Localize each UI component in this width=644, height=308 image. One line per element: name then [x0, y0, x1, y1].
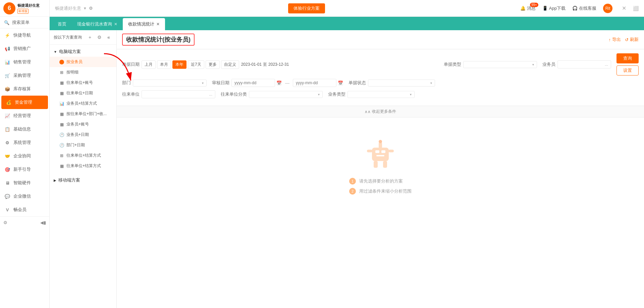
date-selector: 上月 本月 本年 近7天 更多 自定义 — [142, 60, 239, 69]
wechat-icon: 💬 — [4, 193, 11, 200]
sidebar-item-inventory[interactable]: 📦 库存核算 — [0, 82, 49, 96]
sidebar-item-finance[interactable]: 💰 资金管理 — [1, 96, 48, 109]
partner-select[interactable]: ... — [142, 90, 215, 98]
svg-rect-8 — [374, 161, 378, 168]
biz-type-select[interactable]: ▾ — [347, 91, 415, 98]
collapse-icon[interactable]: ◀▮ — [40, 220, 46, 225]
sidebar-item-enterprise[interactable]: 🤝 企业协同 — [0, 149, 49, 163]
window-maximize[interactable]: ⬜ — [633, 6, 639, 11]
filter-settings-button[interactable]: 设置 — [616, 65, 639, 75]
sidebar-item-quick-nav[interactable]: ⚡ 快捷导航 — [0, 29, 49, 42]
sidebar-item-hardware[interactable]: 🖥 智能硬件 — [0, 176, 49, 190]
date-btn-this-month[interactable]: 本月 — [157, 60, 171, 69]
export-icon: ↑ — [609, 37, 611, 42]
cal-icon-from[interactable]: 📅 — [276, 81, 282, 86]
scheme-partner-payment2[interactable]: ▦ 往来单位+结算方式 — [50, 161, 116, 171]
empty-steps: 1 请先选择要分析的方案 2 用过滤条件来缩小分析范围 — [349, 178, 412, 195]
scheme-salesperson-payment[interactable]: 📊 业务员+结算方式 — [50, 98, 116, 109]
page-header: 收款情况统计(按业务员) ↑ 导出 ↺ 刷新 — [117, 30, 644, 49]
svg-point-5 — [379, 140, 382, 143]
mobile-group-header[interactable]: ▶ 移动端方案 — [50, 175, 116, 185]
sidebar-item-sales[interactable]: 📊 销售管理 — [0, 55, 49, 69]
scheme-by-salesperson[interactable]: 按业务员 — [50, 57, 116, 67]
query-button[interactable]: 查询 — [616, 53, 639, 63]
topbar-settings-icon[interactable]: ⚙ — [89, 6, 93, 11]
left-panel: 按以下方案查询 + ⚙ « ▼ 电脑端方案 按业务员 — [50, 30, 117, 308]
salesperson-select[interactable]: ... — [557, 60, 611, 68]
user-avatar[interactable]: Rit — [603, 4, 612, 13]
sidebar-item-operations[interactable]: 📈 经营管理 — [0, 109, 49, 122]
app-download[interactable]: 📱 App下载 — [542, 5, 566, 11]
desktop-group-header[interactable]: ▼ 电脑端方案 — [50, 47, 116, 57]
dept-filter: 部门 ▾ — [122, 80, 207, 87]
panel-collapse-btn[interactable]: « — [105, 34, 112, 41]
dept-select[interactable]: ▾ — [133, 80, 207, 87]
sidebar-item-wechat[interactable]: 💬 企业微信 — [0, 190, 49, 203]
collapse-bar[interactable]: ∧∧ 收起更多条件 — [117, 106, 644, 117]
mobile-group-arrow: ▶ — [54, 178, 56, 182]
bell-icon: 🔔 — [520, 6, 526, 11]
doc-status-select[interactable]: ▾ — [368, 80, 435, 87]
sidebar-item-system[interactable]: ⚙ 系统管理 — [0, 136, 49, 149]
doc-type-select[interactable]: ▾ — [463, 61, 537, 68]
sidebar-item-guide[interactable]: 🎯 新手引导 — [0, 163, 49, 176]
download-icon: 📱 — [542, 6, 548, 11]
tab-bank-flow-close[interactable]: ✕ — [114, 22, 117, 27]
date-btn-this-year[interactable]: 本年 — [172, 60, 186, 69]
tab-home[interactable]: 首页 — [52, 18, 72, 30]
mobile-scheme-group: ▶ 移动端方案 — [50, 173, 116, 187]
settings-icon[interactable]: ⚙ — [3, 220, 7, 225]
svg-rect-9 — [383, 161, 387, 168]
refresh-icon: ↺ — [625, 37, 629, 42]
sidebar-item-marketing[interactable]: 📢 营销推广 — [0, 42, 49, 55]
scheme-salesperson-date[interactable]: 🕐 业务员+日期 — [50, 130, 116, 140]
sidebar-logo: 6 畅捷通好生意 标准版 — [0, 0, 49, 17]
scheme-dept-date[interactable]: 🕐 部门+日期 — [50, 140, 116, 150]
review-date-from[interactable] — [231, 79, 275, 87]
review-date-to[interactable] — [293, 79, 336, 87]
trial-button[interactable]: 体验行业方案 — [288, 3, 325, 13]
tab-collection-stats-close[interactable]: ✕ — [156, 22, 160, 27]
date-range: 2023-01-01 至 2023-12-31 — [241, 62, 289, 67]
scheme-by-detail[interactable]: ⊞ 按明细 — [50, 67, 116, 78]
sidebar-item-purchase[interactable]: 🛒 采购管理 — [0, 69, 49, 82]
salesperson-account-icon: ▦ — [59, 122, 64, 127]
sales-icon: 📊 — [4, 59, 11, 65]
scheme-partner-account[interactable]: ▦ 往来单位+账号 — [50, 78, 116, 88]
salesperson-more[interactable]: ... — [605, 62, 608, 67]
partner-category-select[interactable]: ▾ — [249, 91, 323, 98]
scheme-partner-date[interactable]: ▦ 往来单位+日期 — [50, 88, 116, 98]
export-button[interactable]: ↑ 导出 — [609, 37, 621, 43]
quick-nav-icon: ⚡ — [4, 32, 11, 39]
date-btn-last-month[interactable]: 上月 — [142, 60, 156, 69]
scheme-partner-dept[interactable]: ▦ 按往来单位+部门+收... — [50, 109, 116, 119]
date-btn-7days[interactable]: 近7天 — [188, 60, 204, 69]
add-scheme-btn[interactable]: + — [86, 34, 94, 41]
date-btn-custom[interactable]: 自定义 — [221, 60, 239, 69]
doc-type-chevron: ▾ — [532, 63, 534, 66]
search-menu-item[interactable]: 🔍 搜索菜单 — [0, 17, 49, 29]
online-service[interactable]: 🎧 在线客服 — [572, 5, 596, 11]
scheme-partner-payment1[interactable]: ⊞ 往来单位+结算方式 — [50, 150, 116, 161]
dept-date-icon: 🕐 — [59, 143, 64, 148]
detail-icon: ⊞ — [59, 70, 64, 75]
partner-more[interactable]: ... — [209, 92, 212, 97]
empty-step-2: 2 用过滤条件来缩小分析范围 — [349, 188, 412, 195]
tab-bank-flow[interactable]: 现金银行流水查询 ✕ — [72, 18, 123, 30]
window-close[interactable]: ✕ — [622, 5, 626, 11]
review-date-from-group: 📅 — [231, 79, 282, 87]
sidebar-item-basic[interactable]: 📋 基础信息 — [0, 122, 49, 136]
cal-icon-to[interactable]: 📅 — [338, 81, 343, 86]
partner-date-icon: ▦ — [59, 91, 64, 96]
svg-rect-7 — [388, 150, 394, 152]
scheme-settings-btn[interactable]: ⚙ — [96, 34, 103, 41]
sidebar-item-member[interactable]: V 畅会员 — [0, 203, 49, 216]
refresh-button[interactable]: ↺ 刷新 — [625, 37, 639, 43]
date-btn-more[interactable]: 更多 — [206, 60, 220, 69]
hardware-icon: 🖥 — [4, 179, 11, 186]
notifications[interactable]: 🔔 消息 99+ — [520, 5, 536, 11]
tab-collection-stats[interactable]: 收款情况统计 ✕ — [123, 18, 165, 30]
doc-status-chevron: ▾ — [430, 81, 432, 85]
scheme-salesperson-account[interactable]: ▦ 业务员+账号 — [50, 119, 116, 130]
topbar-chevron[interactable]: ▾ — [84, 6, 86, 11]
